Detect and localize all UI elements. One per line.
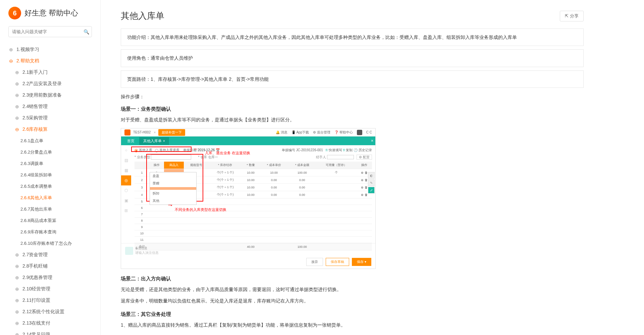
ss-r3: ⤢ bbox=[368, 187, 375, 193]
steps-label: 操作步骤： bbox=[121, 94, 584, 100]
intro-label: 功能介绍： bbox=[127, 35, 151, 40]
nav-2-6-6[interactable]: 2.6.6其他入库单 bbox=[8, 192, 92, 204]
ss-icon-6: ▣ bbox=[121, 196, 131, 206]
role-text: 通常由仓管人员维护 bbox=[151, 55, 193, 61]
nav-2-4[interactable]: 2.4销售管理 bbox=[8, 101, 92, 112]
ss-logo-icon bbox=[124, 129, 130, 135]
ss-r2: ✎ bbox=[368, 179, 375, 186]
ss-tab-home: 首页 bbox=[123, 137, 139, 145]
search-input[interactable] bbox=[8, 26, 92, 37]
nav-2-11[interactable]: 2.11打印设置 bbox=[8, 295, 92, 306]
nav-2-6-5[interactable]: 2.6.5成本调整单 bbox=[8, 181, 92, 192]
ss-user: C C bbox=[366, 130, 372, 134]
nav-2-6[interactable]: 2.6库存核算 bbox=[8, 124, 92, 135]
scene3-text: 1、赠品入库的商品直接转为销售。通过工具栏【复制/复制为销货单】功能，将单据信息… bbox=[121, 321, 584, 329]
nav-2-3[interactable]: 2.3使用前数据准备 bbox=[8, 90, 92, 101]
search-box: 🔍 bbox=[8, 26, 92, 37]
ss-tab-doc: 其他入库单× bbox=[139, 137, 169, 145]
minus-icon bbox=[8, 58, 14, 64]
nav-2-6-10[interactable]: 2.6.10库存账本错了怎么办 bbox=[8, 238, 92, 249]
search-icon[interactable]: 🔍 bbox=[84, 29, 89, 35]
plus-icon bbox=[14, 321, 20, 326]
main-content: 其他入库单 ⇱分享 功能介绍：其他入库单用来处理除采购入库、产成品入库之外的其他… bbox=[101, 0, 604, 335]
path-box: 页面路径：1、库存核算->库存管理->其他入库单 2、首页->常用功能 bbox=[121, 70, 584, 88]
nav-docs[interactable]: 2.帮助文档 bbox=[8, 55, 92, 67]
nav-2-6-2[interactable]: 2.6.2分量盘点单 bbox=[8, 147, 92, 158]
nav-2-7[interactable]: 2.7资金管理 bbox=[8, 249, 92, 261]
plus-icon bbox=[14, 81, 20, 87]
ss-msg: 🔔 消息 bbox=[276, 130, 287, 135]
plus-icon bbox=[14, 332, 20, 335]
nav-2-5[interactable]: 2.5采购管理 bbox=[8, 112, 92, 124]
plus-icon bbox=[14, 115, 20, 121]
intro-box: 功能介绍：其他入库单用来处理除采购入库、产成品入库之外的其他入库业务，因此其他入… bbox=[121, 29, 584, 46]
ss-avatar-icon bbox=[357, 130, 362, 135]
ss-annotation2: 不同业务的入库类型在这里切换 bbox=[175, 207, 226, 212]
ss-icon-1: ○ bbox=[121, 145, 131, 155]
ss-cancel: 放弃 bbox=[306, 258, 323, 266]
scene1-title: 场景一：业务类型确认 bbox=[121, 106, 584, 112]
ss-icon-7: ⊞ bbox=[121, 206, 131, 216]
scene2-text1: 无论是受赠，还是其他类型的业务，由于入库商品质量等原因，需要退回，这时可通过单据… bbox=[121, 285, 584, 294]
nav-2-8[interactable]: 2.8手机旺铺 bbox=[8, 261, 92, 272]
ss-test: TEST-H002 bbox=[133, 130, 151, 134]
nav-2-9[interactable]: 2.9优惠券管理 bbox=[8, 272, 92, 283]
plus-icon bbox=[14, 70, 20, 75]
plus-icon bbox=[14, 252, 20, 258]
nav-list: 1.视频学习 2.帮助文档 2.1新手入门 2.2产品安装及登录 2.3使用前数… bbox=[8, 44, 92, 335]
nav-2-6-8[interactable]: 2.6.8商品成本重算 bbox=[8, 215, 92, 226]
nav-2-6-3[interactable]: 2.6.3调拨单 bbox=[8, 158, 92, 169]
ss-icon-5: ⬡ bbox=[121, 185, 131, 196]
page-title: 其他入库单 bbox=[121, 10, 164, 22]
plus-icon bbox=[14, 309, 20, 315]
scene1-text: 对于受赠、盘盈或是拆装入库等不同的业务，是通过单据头【业务类型】进行区分。 bbox=[121, 116, 584, 124]
nav-2-2[interactable]: 2.2产品安装及登录 bbox=[8, 78, 92, 90]
path-label: 页面路径： bbox=[127, 76, 151, 82]
nav-2-6-9[interactable]: 2.6.9库存账本查询 bbox=[8, 226, 92, 238]
ss-save: 保存 ▾ bbox=[352, 258, 371, 266]
nav-2-14[interactable]: 2.14常见问题 bbox=[8, 329, 92, 335]
screenshot-image: TEST-H002 ▾ 超级补货一下 🔔 消息 📱 App下载 ⚙ 后台管理 ❓… bbox=[121, 128, 376, 269]
plus-icon bbox=[14, 286, 20, 292]
ss-app: 📱 App下载 bbox=[291, 130, 309, 135]
ss-icon-2: ▤ bbox=[121, 155, 131, 165]
plus-icon bbox=[14, 264, 20, 269]
plus-icon bbox=[14, 104, 20, 109]
nav-2-12[interactable]: 2.12系统个性化设置 bbox=[8, 306, 92, 318]
share-button[interactable]: ⇱分享 bbox=[560, 11, 584, 21]
ss-draft: 保存草稿 bbox=[326, 258, 349, 266]
ss-admin: ⚙ 后台管理 bbox=[313, 130, 330, 135]
ss-icon-3: ▦ bbox=[121, 165, 131, 175]
nav-video[interactable]: 1.视频学习 bbox=[8, 44, 92, 55]
nav-2-1[interactable]: 2.1新手入门 bbox=[8, 67, 92, 78]
path-text: 1、库存核算->库存管理->其他入库单 2、首页->常用功能 bbox=[151, 76, 269, 82]
ss-top-btn: 超级补货一下 bbox=[158, 129, 185, 136]
ss-help: ❓ 帮助中心 bbox=[334, 130, 353, 135]
sidebar: 6 好生意 帮助中心 🔍 1.视频学习 2.帮助文档 2.1新手入门 2.2产品… bbox=[0, 0, 101, 335]
nav-2-6-1[interactable]: 2.6.1盘点单 bbox=[8, 135, 92, 147]
nav-2-6-4[interactable]: 2.6.4组装拆卸单 bbox=[8, 169, 92, 181]
share-icon: ⇱ bbox=[565, 13, 569, 18]
logo-icon: 6 bbox=[8, 7, 21, 19]
scene2-title: 场景二：出入方向确认 bbox=[121, 276, 584, 282]
plus-icon bbox=[14, 93, 20, 98]
nav-2-13[interactable]: 2.13在线支付 bbox=[8, 318, 92, 329]
plus-icon bbox=[14, 275, 20, 280]
role-label: 使用角色： bbox=[127, 55, 151, 61]
logo-text: 好生意 帮助中心 bbox=[24, 8, 78, 18]
ss-annotation1: 入库、退出业务 在这里切换 bbox=[205, 151, 250, 156]
nav-2-10[interactable]: 2.10经营管理 bbox=[8, 283, 92, 295]
scene3-title: 场景三：其它业务处理 bbox=[121, 311, 584, 318]
intro-text: 其他入库单用来处理除采购入库、产成品入库之外的其他入库业务，因此其他入库单可处理… bbox=[151, 35, 517, 40]
ss-r1: ◐ bbox=[368, 172, 375, 179]
plus-icon bbox=[8, 47, 14, 52]
ss-icon-4: ◎ bbox=[121, 175, 131, 185]
nav-2-6-7[interactable]: 2.6.7其他出库单 bbox=[8, 204, 92, 215]
logo: 6 好生意 帮助中心 bbox=[8, 7, 92, 19]
plus-icon bbox=[14, 298, 20, 303]
minus-icon bbox=[14, 127, 20, 132]
scene2-text2: 退库业务中，明细数量均以负值红色展示。无论是入库还是退库，库存账均记在入库方向。 bbox=[121, 297, 584, 305]
role-box: 使用角色：通常由仓管人员维护 bbox=[121, 49, 584, 67]
